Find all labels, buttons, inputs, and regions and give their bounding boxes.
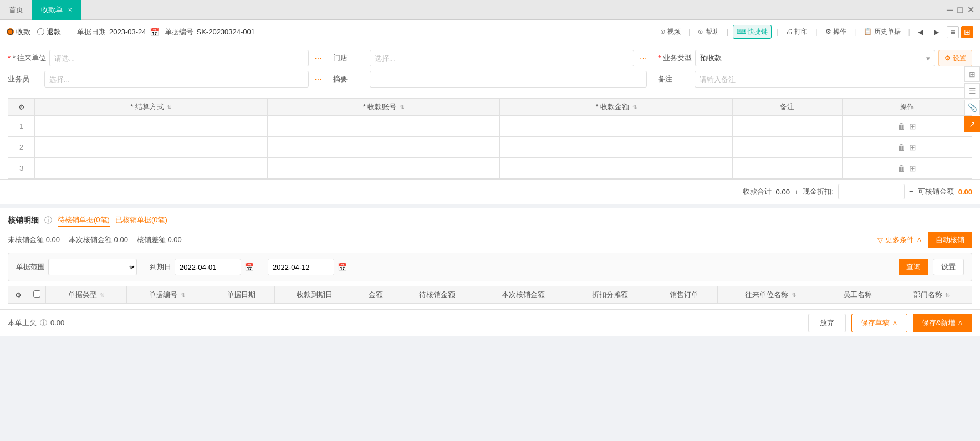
sort-icon-amount[interactable]: ⇅ [632,104,637,110]
td-amount-1[interactable] [500,116,733,137]
copy-icon-2[interactable]: ⊞ [909,142,916,152]
store-more-icon[interactable]: ··· [640,53,647,63]
total-value: 0.00 [776,188,790,196]
td-action-1: 🗑 ⊞ [842,116,972,137]
close-icon[interactable]: ✕ [967,4,974,15]
bt-gear-header[interactable]: ⚙ [8,286,28,304]
radio-tuikuan[interactable]: 退款 [37,27,61,37]
nav-next-icon[interactable]: ▶ [931,27,942,38]
td-account-2[interactable] [267,137,500,158]
minimize-icon[interactable]: ─ [947,5,953,15]
summary-input[interactable] [370,71,647,88]
td-settlement-1[interactable] [35,116,268,137]
radio-shoukuan[interactable]: 收款 [7,27,30,37]
gear-icon: ⚙ [945,54,951,62]
calendar-to-icon[interactable]: 📅 [338,263,347,271]
sort-icon-settlement[interactable]: ⇅ [167,104,171,110]
hexiao-header: 核销明细 ⓘ 待核销单据(0笔) 已核销单据(0笔) [8,214,972,227]
counterparty-more-icon[interactable]: ··· [314,53,321,63]
summary-field: 摘要 [333,71,647,88]
sort-type[interactable]: ⇅ [100,292,104,298]
query-button[interactable]: 查询 [899,259,928,275]
form-row-2: 业务员 ··· 摘要 备注 [8,71,972,88]
filter-settings-button[interactable]: 设置 [933,259,964,275]
tab-home[interactable]: 首页 [0,0,32,20]
salesperson-input[interactable] [44,71,309,88]
form-area: * * 往来单位 ··· 门店 ··· * 业务类型 预收款 ▾ ⚙ 设置 [0,44,980,98]
sort-icon-account[interactable]: ⇅ [400,104,404,110]
remark-input[interactable] [695,71,972,88]
td-account-3[interactable] [267,158,500,179]
salesperson-more-icon[interactable]: ··· [314,74,321,84]
nav-prev-icon[interactable]: ◀ [915,27,926,38]
td-remark-1[interactable] [732,116,842,137]
copy-icon-1[interactable]: ⊞ [909,121,916,131]
video-btn[interactable]: ⊙ 视频 [657,25,684,38]
range-select[interactable] [48,259,137,275]
business-type-select[interactable]: 预收款 ▾ [695,50,935,66]
store-input[interactable] [370,50,634,66]
td-remark-3[interactable] [732,158,842,179]
abandon-button[interactable]: 放弃 [808,314,846,332]
counterparty-label: * * 往来单位 [8,53,46,63]
print-btn[interactable]: 🖨 打印 [783,25,811,38]
hexiao-info-icon[interactable]: ⓘ [44,216,52,225]
operation-btn[interactable]: ⚙ 操作 [822,25,850,38]
td-remark-2[interactable] [732,137,842,158]
calendar-from-icon[interactable]: 📅 [244,263,254,271]
hexiao-tab-done[interactable]: 已核销单据(0笔) [115,214,167,227]
delete-icon-1[interactable]: 🗑 [897,121,906,131]
bt-th-amount: 金额 [355,286,397,304]
counterparty-input[interactable] [49,50,309,66]
bt-th-order: 销售订单 [650,286,718,304]
settings-button[interactable]: ⚙ 设置 [938,50,972,66]
bt-th-pending: 待核销金额 [397,286,477,304]
td-account-1[interactable] [267,116,500,137]
date-to-input[interactable] [268,259,334,275]
more-filter-btn[interactable]: ▽ 更多条件 ∧ [877,235,922,245]
td-action-3: 🗑 ⊞ [842,158,972,179]
discount-input[interactable] [838,184,905,199]
auto-hexiao-button[interactable]: 自动核销 [928,232,972,248]
table-row: 3 🗑 ⊞ [8,158,972,179]
td-amount-2[interactable] [500,137,733,158]
sort-counterparty[interactable]: ⇅ [792,292,796,298]
shortcut-btn[interactable]: ⌨ 快捷键 [733,25,772,39]
right-attach-btn[interactable]: 📎 [964,100,980,115]
right-expand-btn[interactable]: ↗ [964,116,980,132]
store-label: 门店 [333,53,366,63]
layout-grid-btn[interactable]: ⊞ [961,26,973,38]
copy-icon-3[interactable]: ⊞ [909,163,916,173]
tab-shoukudan[interactable]: 收款单 × [32,0,81,20]
calendar-icon[interactable]: 📅 [150,28,159,37]
td-settlement-2[interactable] [35,137,268,158]
delete-icon-2[interactable]: 🗑 [897,142,906,152]
hexiao-tab-pending[interactable]: 待核销单据(0笔) [58,214,110,227]
select-all-checkbox[interactable] [33,290,40,298]
available-value: 0.00 [958,188,972,196]
tab-close-icon[interactable]: × [68,6,72,14]
save-new-button[interactable]: 保存&新增 ∧ [913,314,972,332]
sort-dept[interactable]: ⇅ [945,292,950,298]
sort-number[interactable]: ⇅ [181,292,185,298]
layout-list-btn[interactable]: ≡ [947,26,959,38]
date-value: 2023-03-24 [109,28,146,36]
bt-th-employee: 员工名称 [824,286,891,304]
bt-th-dept: 部门名称 ⇅ [891,286,972,304]
save-draft-button[interactable]: 保存草稿 ∧ [851,314,907,332]
right-grid-btn[interactable]: ⊞ [964,66,980,82]
maximize-icon[interactable]: □ [957,5,963,15]
remark-label: 备注 [658,74,691,84]
history-btn[interactable]: 📋 历史单据 [860,25,904,38]
date-from-input[interactable] [175,259,241,275]
right-list-btn[interactable]: ☰ [964,83,980,99]
store-field: 门店 ··· [333,50,647,66]
td-amount-3[interactable] [500,158,733,179]
help-btn[interactable]: ⊙ 帮助 [695,25,722,38]
delete-icon-3[interactable]: 🗑 [897,163,906,173]
date-label: 单据日期 [77,27,106,37]
bt-checkbox-header[interactable] [28,286,46,304]
td-settlement-3[interactable] [35,158,268,179]
run-info-icon[interactable]: ⓘ [40,318,47,328]
table-gear-header[interactable]: ⚙ [8,99,35,116]
